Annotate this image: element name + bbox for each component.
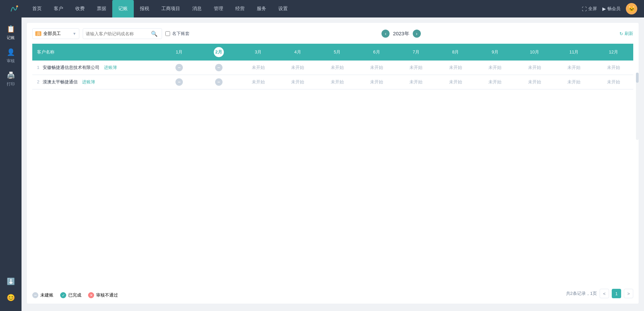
search-button[interactable]: 🔍: [150, 29, 159, 38]
not-started-text: 未开始: [567, 79, 580, 84]
not-started-text: 未开始: [409, 79, 422, 84]
refresh-button[interactable]: ↻ 刷新: [619, 31, 633, 37]
my-accounts-label: 名下账套: [172, 31, 190, 37]
col-header-jul: 7月: [396, 44, 436, 61]
col-header-may: 5月: [317, 44, 357, 61]
sidebar-download[interactable]: ⬇️: [0, 273, 22, 289]
not-started-text: 未开始: [252, 79, 265, 84]
vip-button[interactable]: ▶ 畅会员: [602, 6, 620, 12]
col-header-apr: 4月: [278, 44, 317, 61]
nav-billing[interactable]: 收费: [69, 0, 91, 17]
sidebar-user[interactable]: 😊: [0, 289, 22, 306]
month-cell-1: −: [159, 75, 199, 89]
nav-business[interactable]: 工商项目: [155, 0, 186, 17]
next-year-button[interactable]: ›: [413, 30, 421, 38]
top-nav-right: ⛶ 全屏 ▶ 畅会员 🐱: [582, 3, 644, 14]
nav-messages[interactable]: 消息: [186, 0, 208, 17]
sidebar-item-accounting[interactable]: 📋 记账: [0, 21, 22, 44]
fullscreen-label: 全屏: [588, 6, 597, 12]
nav-accounting[interactable]: 记账: [112, 0, 134, 17]
sidebar-item-print[interactable]: 🖨️ 打印: [0, 67, 22, 90]
month-cell-2: −: [199, 75, 238, 89]
year-navigation: ‹ 2023年 ›: [381, 30, 420, 38]
avatar[interactable]: 🐱: [626, 3, 637, 14]
nav-service[interactable]: 服务: [251, 0, 272, 17]
not-started-text: 未开始: [528, 65, 541, 70]
sidebar-item-audit[interactable]: 👤 审核: [0, 44, 22, 67]
row-index: 2: [37, 79, 39, 84]
dec-label: 12月: [609, 49, 618, 54]
nav-invoice[interactable]: 票据: [91, 0, 112, 17]
month-cell-2: −: [199, 61, 238, 75]
fullscreen-button[interactable]: ⛶ 全屏: [582, 6, 597, 12]
jul-label: 7月: [413, 49, 419, 54]
month-cell-3: 未开始: [238, 61, 278, 75]
fullscreen-icon: ⛶: [582, 6, 587, 12]
customer-name: 安徽畅捷通信息技术有限公司: [43, 65, 99, 70]
not-started-text: 未开始: [331, 65, 344, 70]
current-page-button[interactable]: 1: [612, 289, 621, 298]
enter-ledger-link[interactable]: 进账簿: [104, 65, 117, 70]
prev-year-button[interactable]: ‹: [381, 30, 390, 38]
not-started-text: 未开始: [252, 65, 265, 70]
customer-name: 漠澳太平畅捷通信: [43, 79, 78, 84]
not-started-text: 未开始: [488, 79, 501, 84]
prev-page-button[interactable]: <: [600, 289, 609, 298]
nav-operations[interactable]: 经营: [229, 0, 251, 17]
legend-completed-label: 已完成: [68, 292, 81, 298]
legend-rejected-label: 审核不通过: [96, 292, 118, 298]
sidebar-bottom: ⬇️ 😊: [0, 273, 22, 311]
month-cell-11: 未开始: [554, 75, 594, 89]
not-started-text: 未开始: [331, 79, 344, 84]
nav-manage[interactable]: 管理: [208, 0, 229, 17]
teal-dot-icon: ✓: [60, 292, 66, 298]
col-header-jan: 1月: [159, 44, 199, 61]
user-icon: 😊: [6, 293, 15, 302]
main-content: 员 全部员工 ▼ 🔍 名下账套 ‹ 2023年 › ↻ 刷新: [22, 17, 644, 311]
employee-select[interactable]: 员 全部员工 ▼: [32, 28, 79, 39]
audit-icon: 👤: [6, 47, 15, 57]
search-input[interactable]: [86, 31, 150, 36]
month-cell-7: 未开始: [396, 75, 436, 89]
scrollbar-track[interactable]: [636, 73, 639, 140]
my-accounts-checkbox[interactable]: [165, 31, 170, 36]
col-header-feb: 2月: [199, 44, 238, 61]
month-cell-5: 未开始: [317, 75, 357, 89]
month-cell-9: 未开始: [475, 75, 515, 89]
not-started-text: 未开始: [449, 79, 462, 84]
nav-home[interactable]: 首页: [26, 0, 48, 17]
grey-dot-icon: −: [32, 292, 38, 298]
jun-label: 6月: [373, 49, 380, 54]
sidebar: 📋 记账 👤 审核 🖨️ 打印 ⬇️ 😊: [0, 17, 22, 311]
employee-select-label: 全部员工: [43, 31, 61, 37]
col-header-oct: 10月: [515, 44, 554, 61]
month-cell-3: 未开始: [238, 75, 278, 89]
not-started-text: 未开始: [409, 65, 422, 70]
customer-name-cell: 1 安徽畅捷通信息技术有限公司 进账簿: [32, 61, 159, 75]
legend-rejected: ✕ 审核不通过: [88, 292, 118, 298]
nav-settings[interactable]: 设置: [272, 0, 294, 17]
not-started-text: 未开始: [370, 65, 383, 70]
content-card: 员 全部员工 ▼ 🔍 名下账套 ‹ 2023年 › ↻ 刷新: [27, 23, 639, 304]
feb-circle: 2月: [214, 47, 224, 57]
nav-tax[interactable]: 报税: [134, 0, 155, 17]
oct-label: 10月: [530, 49, 539, 54]
legend-completed: ✓ 已完成: [60, 292, 81, 298]
chevron-down-icon: ▼: [73, 32, 76, 36]
next-page-button[interactable]: >: [624, 289, 633, 298]
search-input-wrap: 🔍: [83, 28, 162, 39]
not-started-text: 未开始: [449, 65, 462, 70]
jan-label: 1月: [176, 49, 183, 54]
nav-customer[interactable]: 客户: [48, 0, 69, 17]
my-accounts-checkbox-label[interactable]: 名下账套: [165, 31, 190, 37]
footer-legend: − 未建账 ✓ 已完成 ✕ 审核不通过: [32, 292, 118, 298]
legend-not-built: − 未建账: [32, 292, 53, 298]
month-cell-8: 未开始: [436, 61, 475, 75]
print-icon: 🖨️: [6, 71, 15, 80]
done-icon: −: [215, 64, 223, 71]
refresh-label: 刷新: [625, 31, 633, 37]
not-started-text: 未开始: [370, 79, 383, 84]
enter-ledger-link[interactable]: 进账簿: [82, 79, 95, 84]
table-header-row: 客户名称 1月 2月 3月 4月 5月: [32, 44, 633, 61]
year-label: 2023年: [393, 31, 409, 37]
